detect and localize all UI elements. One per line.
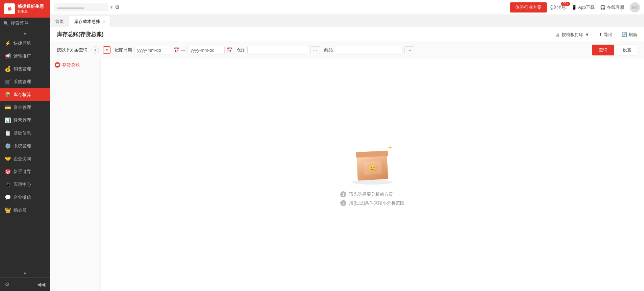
warehouse-input[interactable] [247,46,308,54]
product-more-btn[interactable]: ··· [404,46,414,54]
scheme-item-inventory[interactable]: 存货总账 [50,59,100,71]
sidebar-item-app-center[interactable]: 📱 应用中心 [0,178,50,191]
sidebar-search-item[interactable]: 🔍 搜索菜单 [0,18,50,29]
sidebar-item-label: 基础信息 [14,130,31,136]
empty-tip-2: 2 用[过滤]条件来缩小分析范围 [340,200,404,206]
empty-shadow [352,180,393,185]
sidebar-item-label: 畅会员 [14,207,27,213]
warehouse-filter-group: 仓库 ··· [237,46,320,54]
date-filter-group: 记账日期 📅 — 📅 [115,46,232,54]
trial-industry-btn[interactable]: 体验行业方案 [510,2,547,13]
search-placeholder-text: ▬▬▬▬▬▬ [57,5,84,10]
finance-icon: 💳 [5,104,11,111]
date-end-input[interactable] [188,46,225,54]
marketing-icon: 📢 [5,53,11,59]
product-label: 商品 [324,47,333,53]
sidebar-title: 畅捷通好生意 [18,4,44,9]
filter-bar: 按以下方案查询 + « 记账日期 📅 — 📅 仓库 ··· 商品 [50,41,644,59]
scheme-dot-icon [55,62,60,68]
sidebar-item-wechat[interactable]: 💬 企业微信 [0,191,50,204]
warehouse-more-btn[interactable]: ··· [310,46,320,54]
page-header: 库存总账(存货总账) 🖨 按模板打印 ▼ | ⬆ 导出 | 🔄 刷新 [50,27,644,41]
message-icon: 💬 [550,5,556,10]
filter-label: 按以下方案查询 [57,47,88,53]
refresh-btn[interactable]: 🔄 刷新 [622,32,637,38]
topbar: ▬▬▬▬▬▬ ▼ ⚙ 体验行业方案 💬 消息 99+ 📱 App下载 🎧 在线客… [50,0,644,15]
topbar-gear-icon[interactable]: ⚙ [115,4,120,10]
filter-add-btn[interactable]: + [92,46,99,54]
sidebar-brand: 畅捷通好生意 标准版 [18,4,44,14]
sidebar-item-label: 销售管理 [14,66,31,72]
query-btn[interactable]: 查询 [592,45,614,55]
app-logo: 畅 [4,3,15,14]
sidebar-scroll-down[interactable]: ▼ [0,270,50,277]
calendar-start-icon[interactable]: 📅 [173,47,179,53]
content-area: 库存总账(存货总账) 🖨 按模板打印 ▼ | ⬆ 导出 | 🔄 刷新 [50,27,644,291]
tabbar: 首页 库存成本总账 ✕ [50,15,644,27]
enterprise-icon: 🤝 [5,156,11,162]
topbar-service-btn[interactable]: 🎧 在线客服 [600,4,624,10]
sidebar-item-finance[interactable]: 💳 资金管理 [0,101,50,114]
topbar-message-btn[interactable]: 💬 消息 99+ [550,4,566,10]
sidebar-item-inventory[interactable]: 📦 库存核算 [0,88,50,101]
print-icon: 🖨 [556,32,560,37]
sidebar-item-guide[interactable]: 🎯 新手引导 [0,165,50,178]
sidebar-item-quick-nav[interactable]: ⚡ 快捷导航 [0,37,50,50]
scheme-item-label: 存货总账 [62,62,80,68]
sidebar-footer: ⚙ ◀◀ [0,277,50,291]
filter-collapse-btn[interactable]: « [103,46,110,54]
tab-inventory-cost[interactable]: 库存成本总账 ✕ [69,16,111,27]
sidebar-item-label: 企业协同 [14,156,31,162]
tab-home[interactable]: 首页 [50,16,69,27]
phone-icon: 📱 [571,5,577,10]
page-actions: 🖨 按模板打印 ▼ | ⬆ 导出 | 🔄 刷新 [556,32,637,38]
collapse-sidebar-btn[interactable]: ◀◀ [37,281,45,288]
sidebar-item-marketing[interactable]: 📢 营销推广 [0,50,50,63]
tab-close-icon[interactable]: ✕ [102,19,106,24]
refresh-label: 刷新 [628,32,637,38]
tip-num-1: 1 [340,191,346,197]
empty-illustration: 😐 ✦ [349,144,396,185]
sidebar-header: 畅 畅捷通好生意 标准版 [0,0,50,18]
tip-text-1: 请先选择要分析的方案 [349,191,393,197]
app-label: App下载 [578,4,595,10]
topbar-search-box[interactable]: ▬▬▬▬▬▬ [54,3,108,11]
export-btn[interactable]: ⬆ 导出 [599,32,613,38]
product-input[interactable] [335,46,402,54]
sidebar-item-enterprise[interactable]: 🤝 企业协同 [0,152,50,165]
filter-panel: 存货总账 [50,59,101,291]
search-icon: 🔍 [3,21,9,26]
sidebar-item-basic[interactable]: 📋 基础信息 [0,127,50,140]
sidebar-item-operations[interactable]: 📊 经营管理 [0,114,50,127]
date-start-input[interactable] [134,46,171,54]
sidebar-item-label: 经营管理 [14,117,31,123]
topbar-search-area: ▬▬▬▬▬▬ ▼ ⚙ [54,3,506,11]
topbar-right: 💬 消息 99+ 📱 App下载 🎧 在线客服 Rit [550,2,640,13]
sidebar-item-purchase[interactable]: 🛒 采购管理 [0,75,50,88]
action-divider-2: | [617,32,618,37]
settings-btn[interactable]: 设置 [617,45,637,55]
print-chevron-icon: ▼ [585,32,589,37]
user-avatar[interactable]: Rit [630,2,640,13]
box-face: 😐 [364,161,382,175]
sidebar-item-sales[interactable]: 💰 销售管理 [0,63,50,75]
sparkle-icon: ✦ [388,144,393,151]
topbar-app-btn[interactable]: 📱 App下载 [571,4,595,10]
calendar-end-icon[interactable]: 📅 [227,47,232,53]
purchase-icon: 🛒 [5,79,11,85]
export-label: 导出 [604,32,613,38]
sidebar-item-system[interactable]: ⚙️ 系统管理 [0,140,50,152]
sidebar-nav: ⚡ 快捷导航 📢 营销推广 💰 销售管理 🛒 采购管理 📦 库存核算 💳 资金管… [0,37,50,270]
quick-nav-icon: ⚡ [5,40,11,46]
tab-inventory-cost-label: 库存成本总账 [74,19,100,25]
settings-footer-btn[interactable]: ⚙ [5,281,9,288]
sidebar-scroll-up[interactable]: ▲ [0,29,50,37]
topbar-chevron-icon[interactable]: ▼ [109,5,114,10]
system-icon: ⚙️ [5,143,11,149]
print-template-btn[interactable]: 🖨 按模板打印 ▼ [556,32,589,38]
sidebar-item-member[interactable]: 👑 畅会员 [0,204,50,217]
page-title: 库存总账(存货总账) [57,31,104,38]
sidebar-item-label: 企业微信 [14,194,31,200]
wechat-icon: 💬 [5,194,11,200]
sales-icon: 💰 [5,66,11,72]
